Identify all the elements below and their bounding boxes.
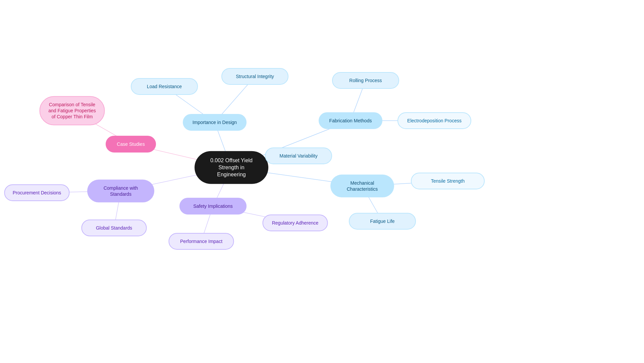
node-material-variability[interactable]: Material Variability [265, 147, 332, 164]
node-comparison[interactable]: Comparison of Tensile and Fatigue Proper… [40, 96, 105, 125]
node-mechanical-characteristics[interactable]: Mechanical Characteristics [330, 175, 394, 197]
node-regulatory-adherence[interactable]: Regulatory Adherence [263, 215, 328, 231]
node-global-standards[interactable]: Global Standards [82, 220, 147, 236]
mind-map: 0.002 Offset Yield Strength in Engineeri… [0, 0, 644, 363]
node-importance-design[interactable]: Importance in Design [183, 114, 247, 131]
node-procurement[interactable]: Procurement Decisions [4, 184, 70, 201]
node-rolling-process[interactable]: Rolling Process [332, 72, 399, 89]
node-compliance[interactable]: Compliance with Standards [87, 180, 154, 202]
node-fabrication-methods[interactable]: Fabrication Methods [319, 112, 382, 129]
node-case-studies[interactable]: Case Studies [106, 136, 156, 153]
node-electrodeposition[interactable]: Electrodeposition Process [397, 112, 471, 129]
node-structural-integrity[interactable]: Structural Integrity [221, 68, 288, 85]
node-fatigue-life[interactable]: Fatigue Life [349, 213, 416, 230]
node-safety-implications[interactable]: Safety Implications [179, 198, 247, 215]
node-performance-impact[interactable]: Performance Impact [169, 233, 234, 250]
node-load-resistance[interactable]: Load Resistance [131, 78, 198, 95]
center-node[interactable]: 0.002 Offset Yield Strength in Engineeri… [195, 151, 268, 184]
node-tensile-strength[interactable]: Tensile Strength [411, 173, 485, 189]
